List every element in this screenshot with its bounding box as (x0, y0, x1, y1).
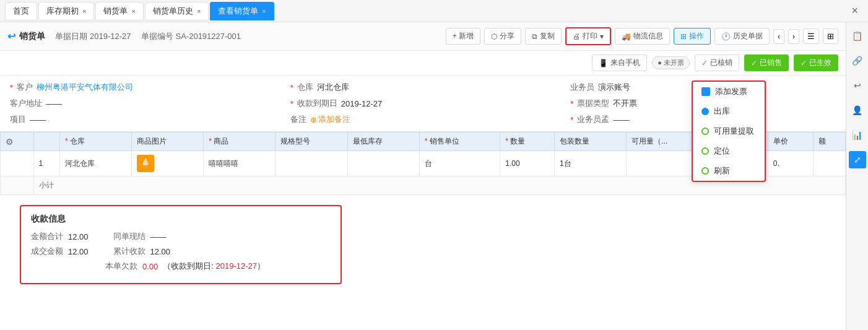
product-img-header: 商品图片 (132, 132, 204, 151)
mobile-icon: 📱 (599, 59, 608, 67)
copy-icon: ⧉ (532, 32, 537, 41)
add-note-button[interactable]: ⊕ 添加备注 (310, 114, 350, 125)
total-amount-item: 金额合计 12.00 (31, 231, 89, 242)
salesperson2-value: —— (613, 115, 629, 124)
sidebar-icon-link[interactable]: 🔗 (849, 52, 866, 69)
warehouse-header: * 仓库 (59, 132, 131, 151)
logistics-icon: 🚚 (622, 32, 631, 41)
product-header: * 商品 (204, 132, 276, 151)
tab-sales-history[interactable]: 销货单历史 × (145, 2, 209, 20)
history-icon: 🕐 (721, 32, 731, 41)
right-sidebar: 📋 🔗 ↩ 👤 📊 ⤢ (846, 22, 868, 330)
effect-button[interactable]: ✓ 已生效 (794, 54, 838, 71)
tab-sales-history-close[interactable]: × (197, 7, 201, 15)
doc-header: ↩ 销货单 单据日期 2019-12-27 单据编号 SA-20191227-0… (0, 22, 846, 51)
payment-row-2: 成交金额 12.00 累计收款 12.00 (31, 246, 331, 257)
customer-field: * 客户 柳州粤港平安气体有限公司 (10, 82, 276, 93)
amount-header: 额 (814, 132, 846, 151)
locate-item[interactable]: 定位 (693, 141, 765, 161)
payment-info-box: 收款信息 金额合计 12.00 同单现结 —— 成交金额 12.00 (20, 205, 342, 284)
cumulative-value: 12.00 (150, 247, 171, 256)
row-quantity: 1.00 (500, 151, 555, 176)
add-invoice-label: 添加发票 (715, 86, 747, 97)
add-invoice-icon (701, 87, 710, 96)
tab-sales[interactable]: 销货单 × (95, 2, 143, 20)
tab-home[interactable]: 首页 (5, 2, 37, 20)
sidebar-icon-chart[interactable]: 📊 (849, 126, 866, 144)
tab-inventory-close[interactable]: × (82, 7, 86, 15)
tab-inventory[interactable]: 库存期初 × (38, 2, 94, 20)
outbound-label: 出库 (714, 106, 730, 117)
tab-view-sales-label: 查看销货单 (218, 6, 258, 17)
operations-button[interactable]: ⊞ 操作 (674, 28, 711, 45)
settings-gear-icon[interactable]: ⚙ (6, 137, 14, 147)
row-num: 1 (33, 151, 59, 176)
doc-toolbar: 📱 来自手机 ● 未开票 ✓ 已核销 ✓ 已销售 ✓ 已生效 (0, 51, 846, 76)
status-unprinted[interactable]: ● 未开票 (652, 56, 690, 69)
rownum-header (33, 132, 59, 151)
invoice-type-required-star: * (570, 99, 573, 108)
tab-view-sales[interactable]: 查看销货单 × (210, 2, 274, 20)
print-icon: 🖨 (573, 32, 580, 41)
row-sales-unit: 台 (419, 151, 500, 176)
available-qty-label: 可用量提取 (714, 126, 754, 137)
customer-value[interactable]: 柳州粤港平安气体有限公司 (37, 82, 133, 93)
cumulative-label: 累计收款 (113, 246, 145, 257)
quantity-header: * 数量 (500, 132, 555, 151)
sold-icon: ✓ (751, 59, 757, 67)
print-button[interactable]: 🖨 打印 ▾ (565, 27, 611, 45)
doc-date-label: 单据日期 2019-12-27 (55, 31, 131, 42)
row-product-img: 🍦 (132, 151, 204, 176)
customer-label: 客户 (17, 82, 33, 93)
new-button[interactable]: + 新增 (446, 28, 480, 45)
print-dropdown-arrow[interactable]: ▾ (600, 32, 604, 41)
prev-button[interactable]: ‹ (773, 29, 784, 44)
row-min-stock (347, 151, 419, 176)
refresh-item[interactable]: 刷新 (693, 161, 765, 181)
sidebar-icon-clipboard[interactable]: 📋 (849, 27, 866, 45)
copy-button[interactable]: ⧉ 复制 (525, 28, 562, 45)
share-icon: ⬡ (491, 32, 497, 41)
add-invoice-item[interactable]: 添加发票 (693, 82, 765, 102)
grid-view-button[interactable]: ⊞ (823, 28, 838, 44)
doc-title: ↩ 销货单 (7, 30, 45, 42)
salesperson2-required-star: * (570, 115, 573, 124)
outbound-item[interactable]: 出库 (693, 102, 765, 121)
pack-qty-header: 包装数量 (554, 132, 626, 151)
next-button[interactable]: › (788, 29, 799, 44)
list-view-button[interactable]: ☰ (803, 28, 819, 44)
tab-view-sales-close[interactable]: × (262, 7, 266, 15)
arrears-value: 0.00 (142, 262, 158, 271)
mobile-button[interactable]: 📱 来自手机 (592, 54, 647, 71)
refresh-icon (701, 167, 709, 175)
invoice-type-value: 不开票 (613, 98, 637, 109)
window-close-button[interactable]: × (846, 4, 863, 17)
payment-section: 收款信息 金额合计 12.00 同单现结 —— 成交金额 12.00 (0, 195, 846, 294)
sidebar-icon-user[interactable]: 👤 (849, 102, 866, 119)
logistics-button[interactable]: 🚚 物流信息 (615, 28, 670, 45)
history-button[interactable]: 🕐 历史单据 (714, 28, 770, 45)
warehouse-label: 仓库 (297, 82, 313, 93)
locate-icon (701, 147, 709, 155)
tab-sales-close[interactable]: × (131, 7, 135, 15)
sold-button[interactable]: ✓ 已销售 (744, 54, 789, 71)
confirm-button[interactable]: ✓ 已核销 (695, 54, 739, 71)
doc-actions: + 新增 ⬡ 分享 ⧉ 复制 🖨 打印 ▾ 🚚 物流信息 (446, 27, 838, 45)
same-order-item: 同单现结 —— (113, 231, 167, 242)
settings-header[interactable]: ⚙ (1, 132, 34, 151)
available-qty-icon (701, 128, 709, 135)
available-qty-item[interactable]: 可用量提取 (693, 121, 765, 141)
locate-label: 定位 (714, 145, 730, 157)
unit-price-header: 单价 (768, 132, 813, 151)
payment-date-label: 收款到期日 (297, 98, 337, 109)
cumulative-item: 累计收款 12.00 (113, 246, 171, 257)
arrears-note: （收款到期日: 2019-12-27） (163, 261, 265, 272)
total-amount-value: 12.00 (68, 232, 89, 241)
row-settings (1, 151, 34, 176)
share-button[interactable]: ⬡ 分享 (484, 28, 521, 45)
payment-date-required-star: * (290, 99, 293, 108)
sidebar-icon-expand[interactable]: ⤢ (849, 151, 866, 168)
total-amount-label: 金额合计 (31, 231, 63, 242)
add-icon: ⊕ (310, 115, 317, 124)
sidebar-icon-return[interactable]: ↩ (849, 77, 866, 94)
